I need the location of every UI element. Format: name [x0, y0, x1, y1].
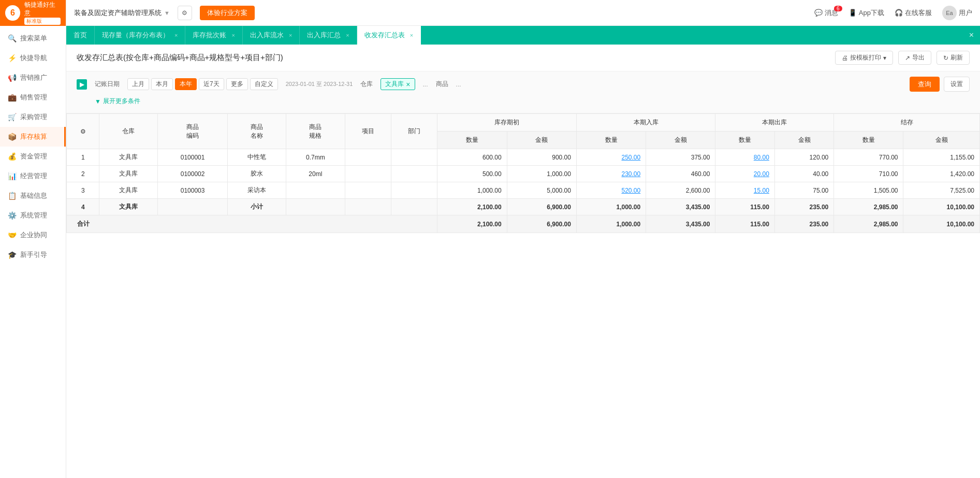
message-button[interactable]: 💬 消息 6 — [814, 8, 838, 18]
goods-more-button[interactable]: ... — [456, 81, 461, 88]
cell-1-13: 710.00 — [834, 166, 903, 182]
cell-0-9[interactable]: 250.00 — [576, 149, 646, 166]
sidebar-item-purchase[interactable]: 🛒采购管理 — [0, 107, 66, 127]
cell-1-3: 胶水 — [227, 166, 286, 182]
cell-3-10: 3,435.00 — [646, 199, 715, 215]
sidebar-item-guide[interactable]: 🎓新手引导 — [0, 245, 66, 265]
cell-1-6 — [391, 166, 437, 182]
page-title: 收发存汇总表(按仓库+商品编码+商品+规格型号+项目+部门) — [77, 53, 283, 63]
sidebar-item-sales[interactable]: 💼销售管理 — [0, 88, 66, 107]
col-balance-header: 结存 — [834, 114, 980, 132]
cell-2-5 — [345, 182, 391, 199]
footer-bal-amt: 10,100.00 — [903, 215, 980, 233]
filter-row-1: ▶ 记账日期 上月本月本年近7天更多自定义 2023-01-01 至 2023-… — [77, 77, 970, 92]
setting-button[interactable]: 设置 — [944, 77, 970, 92]
system-icon: ⚙️ — [8, 211, 16, 220]
sidebar-label-quicknav: 快捷导航 — [20, 53, 47, 63]
sidebar-item-quicknav[interactable]: ⚡快捷导航 — [0, 48, 66, 68]
cell-0-13: 770.00 — [834, 149, 903, 166]
cell-2-6 — [391, 182, 437, 199]
warehouse-tag[interactable]: 文具库 × — [381, 78, 415, 90]
col-settings-header[interactable]: ⚙ — [67, 114, 99, 149]
online-service-button[interactable]: 🎧 在线客服 — [895, 8, 932, 18]
chevron-down-icon: ▾ — [883, 54, 886, 62]
col-in-qty-header: 数量 — [576, 132, 646, 149]
cell-0-12: 120.00 — [774, 149, 833, 166]
marketing-icon: 📢 — [8, 74, 16, 82]
tab-2[interactable]: 库存批次账× — [185, 26, 242, 45]
col-open-amt-header: 金额 — [507, 132, 576, 149]
date-btn-本月[interactable]: 本月 — [151, 78, 173, 90]
page-header: 收发存汇总表(按仓库+商品编码+商品+规格型号+项目+部门) 🖨 按模板打印 ▾… — [66, 45, 980, 71]
tab-5[interactable]: 收发存汇总表× — [357, 26, 421, 45]
tab-close-1[interactable]: × — [174, 32, 178, 38]
phone-icon: 📱 — [849, 9, 857, 17]
cell-3-5 — [345, 199, 391, 215]
tab-1[interactable]: 现存量（库存分布表）× — [95, 26, 185, 45]
tab-close-4[interactable]: × — [346, 32, 349, 38]
cell-0-4: 0.7mm — [286, 149, 345, 166]
col-warehouse-header: 仓库 — [99, 114, 158, 149]
dropdown-arrow-icon[interactable]: ▼ — [164, 10, 170, 16]
cell-1-4: 20ml — [286, 166, 345, 182]
col-dept-header: 部门 — [391, 114, 437, 149]
cell-1-11[interactable]: 20.00 — [715, 166, 774, 182]
settings-gear-button[interactable]: ⚙ — [178, 6, 192, 20]
cell-0-11[interactable]: 80.00 — [715, 149, 774, 166]
tab-close-5[interactable]: × — [410, 32, 413, 38]
footer-open-qty: 2,100.00 — [437, 215, 507, 233]
sidebar-item-inventory[interactable]: 📦库存核算 — [0, 127, 66, 147]
finance-icon: 💰 — [8, 152, 16, 161]
tab-4[interactable]: 出入库汇总× — [300, 26, 357, 45]
table-row: 1文具库0100001中性笔0.7mm600.00900.00250.00375… — [67, 149, 980, 166]
cell-2-11[interactable]: 15.00 — [715, 182, 774, 199]
sidebar-item-collab[interactable]: 🤝企业协同 — [0, 225, 66, 245]
tabbar-close-all-button[interactable]: × — [963, 31, 980, 40]
date-btn-更多[interactable]: 更多 — [226, 78, 248, 90]
tab-0[interactable]: 首页 — [66, 26, 95, 45]
sidebar-item-finance[interactable]: 💰资金管理 — [0, 147, 66, 166]
sidebar-item-marketing[interactable]: 📢营销推广 — [0, 68, 66, 88]
expand-conditions-button[interactable]: ▼ 展开更多条件 — [95, 95, 140, 108]
cell-1-9[interactable]: 230.00 — [576, 166, 646, 182]
logo-text-line1: 畅捷通好生意 — [24, 1, 61, 17]
export-button[interactable]: ↗ 导出 — [898, 51, 931, 65]
footer-bal-qty: 2,985.00 — [834, 215, 903, 233]
print-button[interactable]: 🖨 按模板打印 ▾ — [835, 51, 893, 65]
filter-toggle-button[interactable]: ▶ — [77, 79, 87, 90]
date-btn-本年[interactable]: 本年 — [175, 78, 197, 90]
user-menu-button[interactable]: Ea 用户 — [942, 6, 972, 20]
footer-open-amt: 6,900.00 — [507, 215, 576, 233]
query-button[interactable]: 查询 — [910, 77, 940, 92]
sidebar-logo: 6 畅捷通好生意 标准版 — [0, 0, 66, 26]
sidebar-item-search[interactable]: 🔍搜索菜单 — [0, 28, 66, 48]
expand-icon: ▼ — [95, 98, 101, 105]
tab-3[interactable]: 出入库流水× — [243, 26, 300, 45]
sidebar-item-system[interactable]: ⚙️系统管理 — [0, 206, 66, 225]
date-btn-自定义[interactable]: 自定义 — [250, 78, 278, 90]
refresh-button[interactable]: ↻ 刷新 — [937, 51, 970, 65]
logo-number: 6 — [10, 8, 15, 18]
warehouse-more-button[interactable]: ... — [423, 81, 428, 88]
warehouse-tag-remove-icon[interactable]: × — [406, 80, 410, 89]
date-btn-上月[interactable]: 上月 — [127, 78, 149, 90]
sidebar-item-operations[interactable]: 📊经营管理 — [0, 166, 66, 186]
tab-close-2[interactable]: × — [231, 32, 235, 38]
tab-label-2: 库存批次账 — [193, 31, 226, 40]
data-table: ⚙ 仓库 商品编码 商品名称 商品规格 项目 部门 库存期初 本期入库 本期出库… — [66, 113, 980, 233]
date-btn-近7天[interactable]: 近7天 — [199, 78, 224, 90]
app-download-button[interactable]: 📱 App下载 — [849, 8, 884, 18]
col-out-amt-header: 金额 — [774, 132, 833, 149]
main-content: 收发存汇总表(按仓库+商品编码+商品+规格型号+项目+部门) 🖨 按模板打印 ▾… — [66, 45, 980, 478]
tab-close-3[interactable]: × — [289, 32, 292, 38]
trial-button[interactable]: 体验行业方案 — [200, 6, 255, 20]
sidebar-item-basic[interactable]: 📋基础信息 — [0, 186, 66, 206]
headset-icon: 🎧 — [895, 9, 903, 17]
table-wrapper: ⚙ 仓库 商品编码 商品名称 商品规格 项目 部门 库存期初 本期入库 本期出库… — [66, 113, 980, 233]
cell-2-9[interactable]: 520.00 — [576, 182, 646, 199]
sales-icon: 💼 — [8, 93, 16, 102]
cell-3-11: 115.00 — [715, 199, 774, 215]
cell-3-14: 10,100.00 — [903, 199, 980, 215]
logo-badge: 标准版 — [24, 18, 61, 25]
cell-1-2: 0100002 — [158, 166, 227, 182]
